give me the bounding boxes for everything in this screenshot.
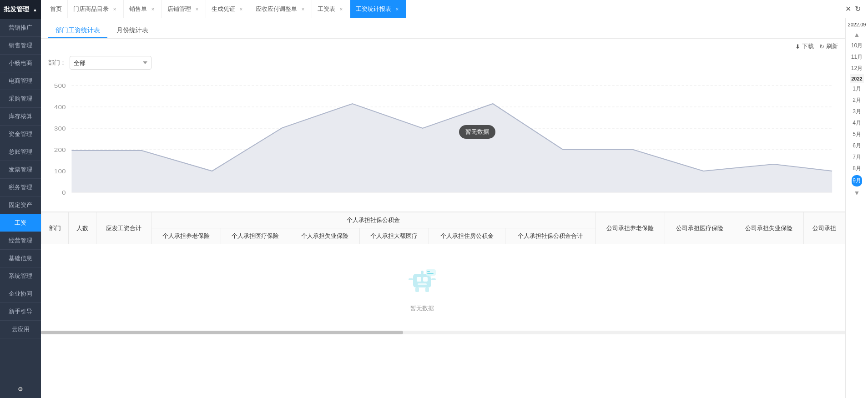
download-icon: ⬇ bbox=[795, 43, 800, 50]
tab-label: 门店商品目录 bbox=[73, 5, 109, 13]
department-select[interactable]: 全部 bbox=[70, 56, 151, 70]
svg-rect-13 bbox=[417, 277, 421, 282]
th-personal-medical: 个人承担医疗保险 bbox=[221, 228, 290, 244]
scrollbar-thumb bbox=[41, 331, 403, 334]
timeline-item-3月[interactable]: 3月 bbox=[850, 106, 864, 117]
svg-rect-24 bbox=[427, 273, 434, 274]
sidebar-item-工资[interactable]: 工资 bbox=[0, 214, 41, 232]
tab-close-icon[interactable]: × bbox=[111, 6, 118, 12]
tab-首页[interactable]: 首页 bbox=[45, 0, 68, 18]
tab-label: 销售单 bbox=[129, 5, 147, 13]
tab-销售单[interactable]: 销售单× bbox=[124, 0, 162, 18]
timeline-item-8月[interactable]: 8月 bbox=[850, 163, 864, 174]
timeline-item-5月[interactable]: 5月 bbox=[850, 129, 864, 140]
svg-rect-14 bbox=[423, 277, 428, 282]
svg-rect-23 bbox=[427, 271, 430, 272]
tab-生成凭证[interactable]: 生成凭证× bbox=[206, 0, 250, 18]
refresh-button[interactable]: ↻ 刷新 bbox=[819, 42, 838, 50]
empty-icon bbox=[404, 262, 440, 299]
svg-rect-15 bbox=[418, 283, 427, 285]
sidebar-item-税务管理[interactable]: 税务管理 bbox=[0, 179, 41, 196]
horizontal-scrollbar[interactable] bbox=[41, 331, 845, 334]
tab-应收应付调整单[interactable]: 应收应付调整单× bbox=[250, 0, 312, 18]
sidebar-item-营销推广[interactable]: 营销推广 bbox=[0, 19, 41, 37]
sidebar-item-企业协同[interactable]: 企业协同 bbox=[0, 285, 41, 303]
sidebar-header[interactable]: 批发管理 ▲ bbox=[0, 0, 41, 19]
timeline-up-nav[interactable]: ▲ bbox=[852, 29, 863, 40]
table-head: 部门 人数 应发工资合计 个人承担社保公积金 公司承担养老保险 公司承担医疗保险… bbox=[41, 212, 845, 244]
refresh-icon[interactable]: ↻ bbox=[855, 5, 861, 13]
tab-工资表[interactable]: 工资表× bbox=[312, 0, 350, 18]
th-company-pension: 公司承担养老保险 bbox=[595, 212, 665, 244]
tab-close-icon[interactable]: × bbox=[300, 6, 306, 12]
sidebar-item-云应用[interactable]: 云应用 bbox=[0, 321, 41, 338]
close-all-icon[interactable]: ✕ bbox=[845, 5, 851, 13]
sub-tab-月份统计表[interactable]: 月份统计表 bbox=[109, 24, 156, 38]
table-body: 暂无数据 bbox=[41, 244, 845, 331]
timeline-item-9月[interactable]: 9月 bbox=[852, 175, 862, 186]
tab-close-icon[interactable]: × bbox=[194, 6, 200, 12]
timeline-item-11月[interactable]: 11月 bbox=[850, 51, 864, 63]
page: 部门工资统计表月份统计表 ⬇ 下载 ↻ 刷新 部门： 全部 bbox=[41, 18, 845, 398]
th-personal-social: 个人承担社保公积金 bbox=[151, 212, 595, 228]
timeline-item-12月[interactable]: 12月 bbox=[850, 63, 864, 74]
sidebar-item-库存核算[interactable]: 库存核算 bbox=[0, 108, 41, 126]
sidebar-items: 营销推广销售管理小畅电商电商管理采购管理库存核算资金管理总账管理发票管理税务管理… bbox=[0, 19, 41, 338]
table-empty-cell: 暂无数据 bbox=[41, 244, 804, 331]
timeline-item-7月[interactable]: 7月 bbox=[850, 151, 864, 163]
th-personal-housing: 个人承担住房公积金 bbox=[429, 228, 505, 244]
timeline-item-2月[interactable]: 2月 bbox=[850, 95, 864, 106]
tab-店铺管理[interactable]: 店铺管理× bbox=[162, 0, 206, 18]
sidebar-item-发票管理[interactable]: 发票管理 bbox=[0, 161, 41, 179]
sidebar-item-采购管理[interactable]: 采购管理 bbox=[0, 90, 41, 108]
sidebar-item-小畅电商[interactable]: 小畅电商 bbox=[0, 55, 41, 72]
timeline-item-4月[interactable]: 4月 bbox=[850, 117, 864, 129]
tab-close-icon[interactable]: × bbox=[338, 6, 344, 12]
sidebar-item-销售管理[interactable]: 销售管理 bbox=[0, 37, 41, 55]
th-total-salary: 应发工资合计 bbox=[96, 212, 151, 244]
table-empty-row: 暂无数据 bbox=[41, 244, 845, 331]
tab-工资统计报表[interactable]: 工资统计报表× bbox=[350, 0, 406, 18]
timeline-item-2022[interactable]: 2022 bbox=[850, 74, 864, 83]
chart-area: 0 100 200 300 400 500 bbox=[41, 75, 845, 212]
th-company-medical: 公司承担医疗保险 bbox=[665, 212, 734, 244]
timeline-item-1月[interactable]: 1月 bbox=[850, 83, 864, 95]
sidebar-item-资金管理[interactable]: 资金管理 bbox=[0, 126, 41, 143]
sidebar-item-固定资产[interactable]: 固定资产 bbox=[0, 196, 41, 214]
tab-close-icon[interactable]: × bbox=[394, 6, 400, 12]
sidebar-item-基础信息[interactable]: 基础信息 bbox=[0, 250, 41, 267]
sidebar-item-经营管理[interactable]: 经营管理 bbox=[0, 232, 41, 250]
tab-close-icon[interactable]: × bbox=[238, 6, 244, 12]
tab-close-icon[interactable]: × bbox=[150, 6, 156, 12]
tab-label: 首页 bbox=[50, 5, 62, 13]
tab-label: 工资统计报表 bbox=[356, 5, 391, 13]
sub-tab-部门工资统计表[interactable]: 部门工资统计表 bbox=[48, 24, 107, 38]
tab-bar-end: ✕ ↻ bbox=[842, 5, 864, 13]
svg-text:0: 0 bbox=[62, 190, 66, 196]
svg-text:300: 300 bbox=[54, 126, 66, 132]
sidebar-settings[interactable]: ⚙ bbox=[0, 380, 41, 398]
th-personal-unemploy: 个人承担失业保险 bbox=[290, 228, 359, 244]
toolbar: ⬇ 下载 ↻ 刷新 bbox=[41, 39, 845, 54]
timeline-items: 10月11月12月20221月2月3月4月5月6月7月8月9月 bbox=[850, 40, 864, 187]
tab-门店商品目录[interactable]: 门店商品目录× bbox=[68, 0, 124, 18]
timeline-down-nav[interactable]: ▼ bbox=[852, 187, 863, 198]
filter-row: 部门： 全部 bbox=[41, 54, 845, 75]
svg-text:100: 100 bbox=[54, 168, 66, 175]
th-headcount: 人数 bbox=[69, 212, 96, 244]
gear-icon: ⚙ bbox=[18, 386, 23, 393]
sidebar-item-总账管理[interactable]: 总账管理 bbox=[0, 143, 41, 161]
sidebar-item-电商管理[interactable]: 电商管理 bbox=[0, 72, 41, 90]
empty-text: 暂无数据 bbox=[410, 304, 434, 312]
sub-tabs: 部门工资统计表月份统计表 bbox=[41, 18, 845, 39]
svg-rect-18 bbox=[431, 278, 436, 280]
svg-rect-19 bbox=[415, 287, 419, 292]
timeline-item-6月[interactable]: 6月 bbox=[850, 140, 864, 151]
sidebar-title: 批发管理 bbox=[4, 5, 29, 14]
refresh-label: 刷新 bbox=[826, 42, 838, 50]
main-area: 首页门店商品目录×销售单×店铺管理×生成凭证×应收应付调整单×工资表×工资统计报… bbox=[41, 0, 868, 398]
sidebar-item-新手引导[interactable]: 新手引导 bbox=[0, 303, 41, 321]
sidebar-item-系统管理[interactable]: 系统管理 bbox=[0, 267, 41, 285]
timeline-item-10月[interactable]: 10月 bbox=[850, 40, 864, 51]
download-button[interactable]: ⬇ 下载 bbox=[795, 42, 814, 50]
